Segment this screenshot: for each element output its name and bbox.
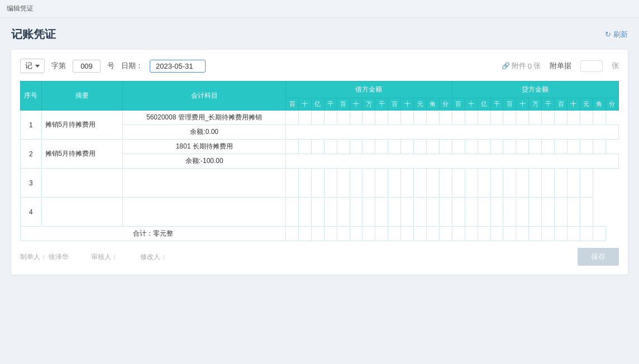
creator-area: 制单人： 徐泽华: [20, 252, 69, 262]
title-bar: 编辑凭证: [0, 0, 639, 18]
sub-百4: 百: [452, 98, 465, 111]
sub-十1: 十: [298, 98, 311, 111]
seq-cell-3: 3: [21, 169, 42, 198]
page-title: 记账凭证: [11, 27, 56, 42]
total-row: 合计：零元整: [21, 227, 619, 241]
title-bar-text: 编辑凭证: [7, 4, 34, 13]
seq-cell-4: 4: [21, 198, 42, 227]
summary-cell-4[interactable]: [41, 198, 123, 227]
total-cell: 合计：零元整: [21, 227, 286, 241]
sub-百3: 百: [388, 98, 401, 111]
zi-label: 字第: [51, 61, 66, 71]
form-row: 记 字第 009 号 日期： 2023-05-31 🔗 附件 0 张 附单据: [20, 59, 619, 73]
seq-cell-2: 2: [21, 140, 42, 169]
attachment-label: 附件: [512, 61, 526, 71]
col-summary-header: 摘要: [41, 82, 123, 111]
col-seq-header: 序号: [21, 82, 42, 111]
sub-元1: 元: [414, 98, 427, 111]
sub-角1: 角: [427, 98, 440, 111]
reviewer-label: 审核人：: [91, 253, 118, 261]
chevron-down-icon: [35, 65, 40, 68]
sheets-input[interactable]: [580, 60, 603, 72]
sub-角2: 角: [593, 98, 605, 111]
creator-value: 徐泽华: [49, 253, 69, 261]
voucher-table: 序号 摘要 会计科目 借方金额 贷方金额 百 十 亿 千 百 十 万: [20, 81, 619, 241]
sub-百1: 百: [286, 98, 299, 111]
account-cell-2[interactable]: 1801 长期待摊费用: [123, 140, 286, 154]
sub-元2: 元: [580, 98, 593, 111]
main-container: 记账凭证 ↻ 刷新 记 字第 009 号 日期： 2023-05-31 🔗: [0, 18, 639, 364]
sub-十6: 十: [567, 98, 580, 111]
table-header-row: 序号 摘要 会计科目 借方金额 贷方金额: [21, 82, 619, 98]
creator-label: 制单人：: [20, 253, 47, 261]
sub-亿1: 亿: [311, 98, 324, 111]
page-header: 记账凭证 ↻ 刷新: [11, 27, 628, 42]
sub-千1: 千: [324, 98, 337, 111]
sub-千4: 千: [542, 98, 555, 111]
refresh-label: 刷新: [613, 30, 628, 40]
summary-cell-1[interactable]: 摊销5月待摊费用: [41, 111, 123, 140]
sub-亿2: 亿: [478, 98, 490, 111]
balance-cell-2: 余额:-100.00: [123, 154, 286, 169]
summary-cell-3[interactable]: [41, 169, 123, 198]
attachment-area: 🔗 附件 0 张 附单据 张: [502, 60, 619, 72]
voucher-card: 记 字第 009 号 日期： 2023-05-31 🔗 附件 0 张 附单据: [11, 50, 628, 275]
record-type-value: 记: [25, 61, 32, 71]
voucher-number-value: 009: [80, 62, 93, 70]
debit-group-header: 借方金额: [286, 82, 452, 98]
date-value: 2023-05-31: [156, 62, 193, 70]
account-cell-1[interactable]: 56020008 管理费用_长期待摊费用摊销: [123, 111, 286, 125]
sub-分2: 分: [605, 98, 618, 111]
footer-row: 制单人： 徐泽华 审核人： 修改人： 保存: [20, 248, 619, 266]
sub-十5: 十: [516, 98, 529, 111]
sub-十4: 十: [465, 98, 478, 111]
table-row-2: 2 摊销5月待摊费用 1801 长期待摊费用: [21, 140, 619, 154]
attachment-count: 0: [528, 62, 532, 70]
record-type-button[interactable]: 记: [20, 59, 45, 73]
balance-cell-1: 余额:0.00: [123, 125, 286, 140]
sub-万2: 万: [529, 98, 542, 111]
table-row-3: 3: [21, 169, 619, 198]
attachment-link[interactable]: 🔗 附件 0 张: [502, 61, 541, 71]
account-cell-4[interactable]: [123, 198, 286, 227]
attachment-unit: 张: [533, 61, 541, 71]
seq-cell-1: 1: [21, 111, 42, 140]
modifier-area: 修改人：: [140, 252, 167, 262]
paperclip-icon: 🔗: [502, 62, 510, 70]
voucher-number-field[interactable]: 009: [73, 60, 101, 73]
sub-十2: 十: [350, 98, 363, 111]
sub-百6: 百: [555, 98, 568, 111]
refresh-button[interactable]: ↻ 刷新: [605, 30, 628, 40]
sub-分1: 分: [439, 98, 452, 111]
hao-label: 号: [107, 61, 115, 71]
sub-百2: 百: [337, 98, 350, 111]
modifier-label: 修改人：: [140, 253, 167, 261]
date-field[interactable]: 2023-05-31: [150, 60, 206, 73]
account-cell-3[interactable]: [123, 169, 286, 198]
sheets-label: 张: [612, 61, 619, 71]
col-account-header: 会计科目: [123, 82, 286, 111]
attachment-doc-label[interactable]: 附单据: [550, 61, 571, 71]
sub-千2: 千: [375, 98, 388, 111]
save-button[interactable]: 保存: [578, 248, 619, 266]
table-container: 序号 摘要 会计科目 借方金额 贷方金额 百 十 亿 千 百 十 万: [20, 81, 619, 241]
sub-百5: 百: [503, 98, 516, 111]
date-label: 日期：: [121, 61, 143, 71]
summary-cell-2[interactable]: 摊销5月待摊费用: [41, 140, 123, 169]
sub-千3: 千: [490, 98, 503, 111]
credit-group-header: 贷方金额: [452, 82, 618, 98]
table-row-4: 4: [21, 198, 619, 227]
reviewer-area: 审核人：: [91, 252, 118, 262]
sub-十3: 十: [401, 98, 414, 111]
sub-万1: 万: [363, 98, 375, 111]
refresh-icon: ↻: [605, 30, 611, 39]
table-row: 1 摊销5月待摊费用 56020008 管理费用_长期待摊费用摊销: [21, 111, 619, 125]
